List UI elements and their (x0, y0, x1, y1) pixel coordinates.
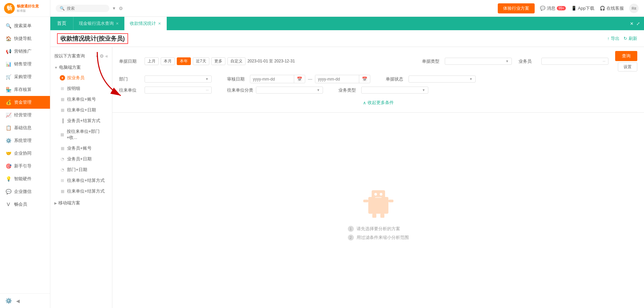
biz-type-select[interactable]: ▼ (361, 87, 428, 94)
sidebar-item-smart-hw[interactable]: 💡 智能硬件 (0, 172, 50, 185)
sidebar-item-sales[interactable]: 📊 销售管理 (0, 58, 50, 70)
tree-item-by-detail[interactable]: ⊞ 按明细 (50, 83, 112, 94)
sidebar-item-member[interactable]: V 畅会员 (0, 198, 50, 211)
panel-collapse-icon[interactable]: « (105, 53, 108, 59)
app-download-action[interactable]: 📱 App下载 (571, 5, 594, 11)
messages-label: 消息 (547, 5, 555, 11)
tree-item-salesperson-account[interactable]: ▦ 业务员+账号 (50, 143, 112, 154)
export-icon: ↑ (607, 36, 610, 41)
tab-close-all-icon[interactable]: ✕ (630, 21, 634, 26)
sidebar-settings-icon[interactable]: ⚙️ (5, 298, 12, 304)
empty-illustration (358, 180, 398, 220)
dept-select[interactable]: ▼ (145, 75, 212, 83)
query-button[interactable]: 查询 (615, 51, 637, 61)
calendar-start-icon[interactable]: 📅 (294, 75, 305, 83)
salesperson-select[interactable]: ··· (541, 58, 608, 65)
tree-item-salesperson-date[interactable]: ◔ 业务员+日期 (50, 154, 112, 164)
sidebar-item-search[interactable]: 🔍 搜索菜单 (0, 19, 50, 32)
tab-bank-flow[interactable]: 现金银行流水查询 ✕ (73, 17, 124, 30)
date-btn-this-year[interactable]: 本年 (177, 57, 191, 65)
panel-settings-icon[interactable]: ⚙ (100, 53, 104, 59)
sidebar-item-finance[interactable]: 💰 资金管理 (0, 96, 50, 109)
nav-label-operation: 经营管理 (14, 112, 32, 118)
audit-date-start-input[interactable] (250, 75, 294, 83)
nav-icon-wechat: 💬 (5, 189, 11, 195)
date-btn-this-month[interactable]: 本月 (161, 57, 175, 65)
sidebar-item-operation[interactable]: 📈 经营管理 (0, 109, 50, 121)
tree-item-by-salesperson[interactable]: ● 按业务员 (50, 72, 112, 83)
tab-collection-stat-close[interactable]: ✕ (158, 21, 161, 26)
sidebar-item-quick-nav[interactable]: 🏠 快捷导航 (0, 32, 50, 45)
settings-icon-top[interactable]: ⚙ (119, 6, 123, 11)
tab-expand-icon[interactable]: ⤢ (636, 21, 640, 26)
audit-date-start-group: 📅 (250, 75, 305, 83)
left-panel: 按以下方案查询 + ⚙ « ▼ 电脑端方案 ● (50, 47, 112, 308)
sidebar-item-warehouse[interactable]: 🏪 库存核算 (0, 83, 50, 96)
date-btn-last-month[interactable]: 上月 (145, 57, 159, 65)
sidebar-item-marketing[interactable]: 📢 营销推广 (0, 45, 50, 58)
tip-item-1: 1 请先选择要分析的方案 (348, 226, 409, 232)
tree-item-partner-calc2[interactable]: ▦ 往来单位+结算方式 (50, 186, 112, 197)
sidebar-item-enterprise[interactable]: 🤝 企业协同 (0, 147, 50, 160)
refresh-icon: ↻ (624, 36, 627, 41)
search-input[interactable] (67, 6, 100, 11)
panel-header-text: 按以下方案查询 (54, 53, 94, 59)
doc-type-select[interactable]: ▼ (445, 58, 512, 65)
refresh-label: 刷新 (629, 36, 637, 42)
salesperson-label: 业务员 (519, 58, 539, 64)
nav-label-sales: 销售管理 (14, 61, 32, 67)
collapse-button[interactable]: ∧ 收起更多条件 (119, 97, 637, 108)
tree-item-label-salesperson-calc: 业务员+结算方式 (67, 118, 100, 124)
tab-collection-stat[interactable]: 收款情况统计 ✕ (124, 17, 167, 30)
tree-item-label-salesperson: 按业务员 (67, 75, 85, 81)
tab-home[interactable]: 首页 (50, 17, 73, 30)
doc-status-select[interactable]: ▼ (409, 75, 476, 83)
tree-item-partner-calc1[interactable]: ⊞ 往来单位+结算方式 (50, 175, 112, 186)
tree-mobile-root[interactable]: ▶ 移动端方案 (50, 198, 112, 208)
logo-area: 畅 畅捷通好生意 标准版 (0, 0, 50, 17)
export-button[interactable]: ↑ 导出 (607, 36, 620, 42)
date-btn-more[interactable]: 更多 (211, 57, 225, 65)
search-box[interactable]: 🔍 (56, 5, 109, 12)
tree-item-dept-date[interactable]: ◔ 部门+日期 (50, 164, 112, 175)
partner-category-select[interactable]: ▼ (256, 87, 323, 94)
logo-name: 畅捷通好生意 (17, 4, 39, 9)
tree-item-partner-dept-coll[interactable]: ▦ 按往来单位+部门+收... (50, 126, 112, 143)
partner-select[interactable]: ··· (145, 87, 212, 94)
sidebar-item-system[interactable]: ⚙️ 系统管理 (0, 134, 50, 147)
sidebar-item-wechat[interactable]: 💬 企业微信 (0, 185, 50, 198)
calendar-end-icon[interactable]: 📅 (359, 75, 370, 83)
tab-bank-flow-close[interactable]: ✕ (116, 21, 119, 26)
tree-desktop-root[interactable]: ▼ 电脑端方案 (50, 62, 112, 72)
dept-chevron: ▼ (205, 77, 209, 81)
date-btn-7days[interactable]: 近7天 (193, 57, 209, 65)
settings-button[interactable]: 设置 (618, 62, 637, 71)
sidebar-collapse-icon[interactable]: ◀ (16, 298, 20, 304)
refresh-button[interactable]: ↻ 刷新 (624, 36, 637, 42)
tab-collection-stat-label: 收款情况统计 (130, 20, 156, 27)
date-btn-custom[interactable]: 自定义 (227, 57, 246, 65)
trial-button[interactable]: 体验行业方案 (498, 3, 535, 13)
svg-rect-4 (375, 197, 382, 198)
dropdown-icon[interactable]: ▼ (112, 6, 116, 11)
page-header: 收款情况统计(按业务员) ↑ 导出 ↻ 刷新 (50, 30, 644, 47)
right-panel: 单据日期 上月 本月 本年 近7天 更多 自定义 2023-01-01 至 20… (112, 47, 644, 308)
nav-icon-warehouse: 🏪 (5, 87, 11, 93)
sidebar-item-base-info[interactable]: 📋 基础信息 (0, 121, 50, 134)
tree-item-label-dept-date: 部门+日期 (67, 167, 87, 173)
doc-type-label: 单据类型 (422, 58, 442, 64)
tree-item-partner-date[interactable]: ▦ 往来单位+日期 (50, 105, 112, 115)
tree-item-salesperson-calc[interactable]: ▐ 业务员+结算方式 (50, 115, 112, 126)
sidebar-item-purchase[interactable]: 🛒 采购管理 (0, 70, 50, 83)
biz-type-chevron: ▼ (422, 88, 425, 92)
audit-date-end-input[interactable] (315, 75, 359, 83)
online-service-action[interactable]: 🎧 在线客服 (600, 5, 624, 11)
tab-bank-flow-label: 现金银行流水查询 (79, 20, 114, 27)
tree-item-partner-account[interactable]: ▦ 往来单位+账号 (50, 94, 112, 105)
messages-action[interactable]: 💬 消息 99+ (540, 5, 566, 11)
sidebar-item-guide[interactable]: 🎯 新手引导 (0, 160, 50, 172)
user-avatar[interactable]: Rit (629, 4, 639, 13)
tree-desktop-label: 电脑端方案 (59, 64, 81, 70)
panel-add-icon[interactable]: + (96, 53, 98, 59)
svg-rect-0 (368, 197, 388, 214)
